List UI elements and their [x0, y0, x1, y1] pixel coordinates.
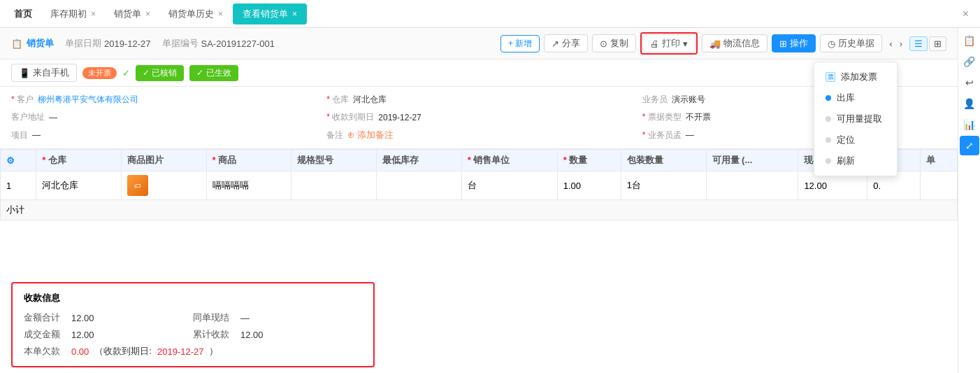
- phone-icon: 📱: [19, 68, 30, 78]
- tab-inventory[interactable]: 库存期初 ×: [42, 3, 104, 25]
- sidebar-doc-icon[interactable]: 📋: [960, 31, 979, 50]
- tab-sales[interactable]: 销货单 ×: [106, 3, 159, 25]
- same-settlement-label: 同单现结: [193, 311, 235, 324]
- tab-bar-end: ×: [957, 8, 974, 20]
- copy-button[interactable]: ⊙ 复制: [592, 34, 636, 52]
- same-settlement-value: —: [240, 313, 250, 323]
- col-more: 单: [921, 150, 958, 171]
- grid-icon: ⊞: [779, 38, 787, 49]
- row-more: [921, 171, 958, 200]
- qty-pickup-label: 可用量提取: [837, 113, 882, 125]
- project-value: —: [32, 130, 41, 140]
- list-view-button[interactable]: ☰: [909, 36, 928, 51]
- dropdown-add-invoice[interactable]: 票 添加发票: [814, 66, 897, 87]
- history-button[interactable]: ◷ 历史单据: [820, 34, 882, 52]
- sidebar-chart-icon[interactable]: 📊: [960, 115, 979, 134]
- ticket-value: 不开票: [686, 111, 711, 123]
- subtotal-row: 小计: [1, 200, 958, 220]
- cumulative-collection-value: 12.00: [240, 330, 264, 340]
- tab-sales-history[interactable]: 销货单历史 ×: [160, 3, 231, 25]
- print-button[interactable]: 🖨 打印 ▾: [642, 34, 696, 52]
- staff-label: 业务员: [642, 94, 668, 106]
- due-date-row: 收款到期日 2019-12-27: [326, 111, 630, 123]
- sidebar-return-icon[interactable]: ↩: [960, 73, 979, 92]
- col-product: 商品: [206, 150, 291, 171]
- refresh-dot: [826, 158, 831, 164]
- print-highlight-box: 🖨 打印 ▾: [640, 32, 698, 55]
- row-spec: [291, 171, 377, 200]
- logistics-icon: 🚚: [709, 38, 721, 49]
- row-index: 1: [1, 171, 36, 200]
- dropdown-outbound[interactable]: 出库: [814, 87, 897, 108]
- window-close-button[interactable]: ×: [957, 8, 974, 20]
- check-button[interactable]: ✓: [122, 68, 130, 78]
- from-phone-button[interactable]: 📱 来自手机: [11, 64, 77, 82]
- address-row: 客户地址 —: [11, 111, 315, 123]
- view-sales-tab-close[interactable]: ×: [292, 9, 297, 19]
- salesman-label: 业务员孟: [642, 129, 682, 141]
- remark-label: 备注: [326, 129, 343, 141]
- dropdown-qty-pickup[interactable]: 可用量提取: [814, 108, 897, 129]
- sales-history-tab-label: 销货单历史: [168, 8, 214, 20]
- doc-title: 📋 销货单: [11, 37, 54, 50]
- col-pack-qty: 包装数量: [621, 150, 706, 171]
- due-date-label: 收款到期日: [326, 111, 374, 123]
- dropdown-refresh[interactable]: 刷新: [814, 150, 897, 171]
- dropdown-locate[interactable]: 定位: [814, 129, 897, 150]
- row-pack-qty: 1台: [621, 171, 706, 200]
- customer-row: 客户 柳州粤港平安气体有限公司: [11, 94, 315, 106]
- transaction-amount-label: 成交金额: [24, 328, 66, 341]
- right-sidebar: 📋 🔗 ↩ 👤 📊 ⤢: [958, 28, 980, 373]
- verified-button[interactable]: ✓ 已核销: [136, 65, 184, 81]
- sales-tab-close[interactable]: ×: [145, 9, 150, 19]
- inventory-tab-close[interactable]: ×: [91, 9, 96, 19]
- logistics-button[interactable]: 🚚 物流信息: [702, 34, 768, 52]
- col-settings[interactable]: ⚙: [1, 150, 36, 171]
- total-amount-row: 金额合计 12.00: [24, 311, 193, 324]
- effective-button[interactable]: ✓ 已生效: [189, 65, 238, 81]
- sidebar-link-icon[interactable]: 🔗: [960, 52, 979, 71]
- add-icon: ⊕: [347, 129, 354, 140]
- tab-view-sales[interactable]: 查看销货单 ×: [233, 3, 307, 24]
- due-date-value: 2019-12-27: [378, 113, 421, 122]
- col-min-stock: 最低库存: [376, 150, 461, 171]
- outbound-label: 出库: [837, 92, 855, 104]
- outstanding-note: （收款到期日:: [94, 345, 152, 358]
- subtotal-label: 小计: [1, 200, 958, 220]
- row-available: [706, 171, 798, 200]
- date-value: 2019-12-27: [104, 38, 151, 49]
- payment-info-box: 收款信息 金额合计 12.00 同单现结 — 成交金额 12.00 累计收款 1…: [11, 282, 375, 367]
- customer-label: 客户: [11, 94, 34, 106]
- locate-dot: [826, 137, 831, 143]
- settings-icon[interactable]: ⚙: [6, 155, 15, 166]
- same-settlement-row: 同单现结 —: [193, 311, 362, 324]
- number-label: 单据编号: [162, 37, 199, 50]
- home-tab-label: 首页: [14, 8, 32, 20]
- operate-dropdown: 票 添加发票 出库 可用量提取 定位 刷新: [814, 62, 898, 176]
- grid-view-button[interactable]: ⊞: [929, 36, 946, 51]
- doc-icon: 📋: [11, 38, 22, 49]
- date-label: 单据日期: [65, 37, 101, 50]
- row-warehouse: 河北仓库: [36, 171, 122, 200]
- row-sales-unit: 台: [461, 171, 557, 200]
- share-button[interactable]: ↗ 分享: [544, 34, 588, 52]
- outstanding-label: 本单欠款: [24, 345, 66, 358]
- address-value: —: [49, 113, 57, 122]
- invoice-icon: 票: [826, 72, 835, 82]
- sidebar-user-icon[interactable]: 👤: [960, 94, 979, 113]
- tab-home[interactable]: 首页: [6, 3, 41, 25]
- next-button[interactable]: ›: [897, 37, 905, 50]
- locate-label: 定位: [837, 134, 855, 146]
- sidebar-expand-icon[interactable]: ⤢: [960, 136, 979, 155]
- col-warehouse: 仓库: [36, 150, 122, 171]
- prev-button[interactable]: ‹: [886, 37, 895, 50]
- operate-button[interactable]: ⊞ 操作: [772, 34, 816, 52]
- new-button[interactable]: + 新增: [500, 35, 540, 52]
- salesman-row: 业务员孟 —: [642, 129, 946, 141]
- staff-row: 业务员 演示账号: [642, 94, 946, 106]
- sales-history-tab-close[interactable]: ×: [218, 9, 223, 19]
- ticket-label: 票据类型: [642, 111, 682, 123]
- col-quantity: 数量: [557, 150, 621, 171]
- customer-value[interactable]: 柳州粤港平安气体有限公司: [38, 94, 138, 106]
- add-remark-button[interactable]: ⊕ 添加备注: [347, 129, 394, 141]
